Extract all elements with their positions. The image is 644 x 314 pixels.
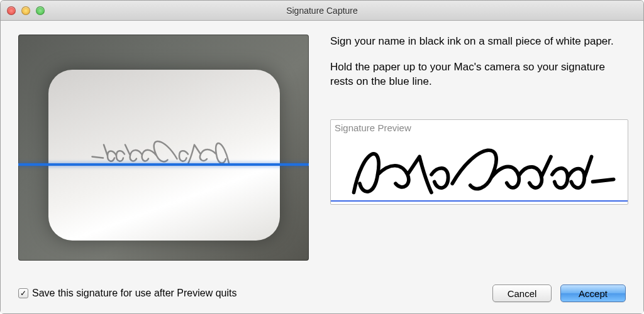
save-signature-label: Save this signature for use after Previe… (32, 288, 237, 299)
mirrored-signature-icon (87, 129, 238, 173)
instruction-line-1: Sign your name in black ink on a small p… (330, 35, 628, 49)
guide-line (18, 163, 309, 166)
signature-underline (331, 200, 628, 202)
checkmark-icon: ✓ (20, 289, 26, 298)
signature-preview-label: Signature Preview (331, 120, 628, 133)
titlebar: Signature Capture (1, 1, 643, 21)
signature-capture-window: Signature Capture Sign your name in blac… (0, 0, 644, 314)
signature-rendered-icon (331, 133, 628, 204)
camera-preview (18, 35, 309, 261)
cancel-button-label: Cancel (508, 288, 537, 299)
window-title: Signature Capture (1, 6, 643, 16)
instruction-line-2: Hold the paper up to your Mac's camera s… (330, 60, 628, 89)
save-signature-checkbox[interactable]: ✓ (18, 288, 28, 298)
instructions-text: Sign your name in black ink on a small p… (330, 35, 628, 100)
save-signature-checkbox-row[interactable]: ✓ Save this signature for use after Prev… (18, 288, 237, 299)
accept-button[interactable]: Accept (560, 284, 626, 302)
cancel-button[interactable]: Cancel (492, 284, 552, 302)
accept-button-label: Accept (579, 288, 608, 299)
content-area: Sign your name in black ink on a small p… (1, 21, 643, 313)
signature-preview-box: Signature Preview (330, 119, 628, 205)
